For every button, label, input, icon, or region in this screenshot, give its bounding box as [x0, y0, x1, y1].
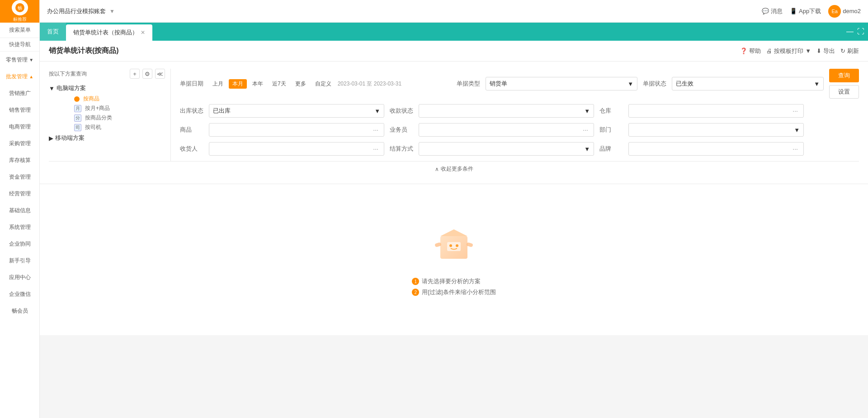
header-dropdown-icon[interactable]: ▼ — [109, 8, 115, 14]
filter-doctype-input[interactable]: 销货单 ▼ — [486, 77, 637, 90]
empty-icon — [431, 220, 476, 266]
filter-outstatus-field: 出库状态 已出库 ▼ — [180, 104, 384, 118]
header-industry-title: 办公用品行业模拟账套 — [47, 7, 106, 15]
scheme-by-category-label: 按商品分类 — [85, 114, 112, 122]
filter-payment-input[interactable]: ▼ — [419, 142, 594, 156]
salesman-dots-icon[interactable]: ··· — [581, 126, 590, 133]
filter-brand-input[interactable]: ··· — [628, 142, 804, 156]
sidebar-item-ecommerce[interactable]: 电商管理 — [0, 119, 39, 135]
scheme-desktop[interactable]: ▼ 电脑端方案 — [49, 82, 165, 94]
tab-minimize-icon[interactable]: — — [846, 28, 854, 36]
message-label: 消息 — [771, 7, 783, 15]
sidebar-item-basic[interactable]: 基础信息 — [0, 202, 39, 219]
scheme-by-driver[interactable]: 司 按司机 — [58, 123, 165, 132]
filter-docstatus-input[interactable]: 已生效 ▼ — [672, 77, 824, 90]
sidebar-wholesale-arrow: ▲ — [29, 74, 33, 79]
sidebar-item-guide[interactable]: 新手引导 — [0, 252, 39, 269]
scheme-by-category-icon: 分 — [74, 114, 81, 122]
action-print[interactable]: 🖨 按模板打印 ▼ — [766, 47, 811, 55]
filter-scheme-actions: + ⚙ ≪ — [130, 69, 165, 79]
date-btn-custom[interactable]: 自定义 — [311, 79, 335, 89]
filter-row-2: 出库状态 已出库 ▼ 收款状态 ▼ — [180, 104, 859, 118]
svg-point-4 — [449, 244, 452, 247]
query-button[interactable]: 查询 — [829, 69, 859, 82]
header-message[interactable]: 💬 消息 — [762, 7, 783, 15]
main-area: 办公用品行业模拟账套 ▼ 💬 消息 📱 App下载 Ea demo2 首页 销货… — [40, 0, 868, 418]
tab-home[interactable]: 首页 — [40, 23, 66, 41]
sidebar-item-inventory[interactable]: 库存核算 — [0, 152, 39, 169]
sidebar-item-operation[interactable]: 经营管理 — [0, 185, 39, 202]
filter-dept-input[interactable]: ▼ — [628, 123, 804, 137]
filter-payment-field: 结算方式 ▼ — [390, 142, 594, 156]
tab-sales-report[interactable]: 销货单统计表（按商品） ✕ — [66, 24, 152, 41]
sidebar-item-purchase[interactable]: 采购管理 — [0, 135, 39, 152]
action-help[interactable]: ❓ 帮助 — [740, 47, 761, 55]
tip-num-1: 1 — [412, 278, 419, 285]
filter-collectstatus-input[interactable]: ▼ — [419, 104, 594, 118]
filter-goods-field: 商品 ··· — [180, 123, 384, 137]
filter-action-buttons: 查询 设置 — [829, 69, 859, 99]
scheme-by-month-goods[interactable]: 月 按月+商品 — [58, 104, 165, 113]
sidebar-quick-nav[interactable]: 快捷导航 — [0, 38, 39, 52]
tip-num-2: 2 — [412, 289, 419, 296]
refresh-label: 刷新 — [847, 47, 859, 55]
filter-warehouse-field: 仓库 ··· — [599, 104, 804, 118]
scheme-by-category[interactable]: 分 按商品分类 — [58, 113, 165, 123]
sidebar-item-sales[interactable]: 销售管理 — [0, 102, 39, 119]
filter-warehouse-input[interactable]: ··· — [628, 104, 804, 118]
filter-receiver-input[interactable]: ··· — [209, 142, 384, 156]
sidebar-item-enterprise[interactable]: 企业协同 — [0, 236, 39, 252]
scheme-mobile-arrow: ▶ — [49, 135, 53, 142]
header-user[interactable]: Ea demo2 — [828, 5, 861, 18]
filter-goods-label: 商品 — [180, 126, 205, 134]
collapse-button[interactable]: ∧ 收起更多条件 — [49, 161, 859, 176]
sidebar-item-retail[interactable]: 零售管理 ▼ — [0, 52, 39, 68]
header-right: 💬 消息 📱 App下载 Ea demo2 — [762, 5, 861, 18]
setting-button[interactable]: 设置 — [829, 85, 859, 99]
filter-outstatus-input[interactable]: 已出库 ▼ — [209, 104, 384, 118]
filter-brand-field: 品牌 ··· — [599, 142, 804, 156]
brand-dots-icon[interactable]: ··· — [791, 145, 800, 152]
tab-bar-end: — ⛶ — [846, 28, 868, 36]
sidebar-item-wholesale[interactable]: 批发管理 ▲ — [0, 68, 39, 85]
user-name: demo2 — [843, 8, 861, 14]
filter-outstatus-arrow: ▼ — [374, 108, 380, 114]
app-download-label: App下载 — [799, 7, 821, 15]
sidebar-item-marketing[interactable]: 营销推广 — [0, 85, 39, 102]
date-btn-thisyear[interactable]: 本年 — [249, 79, 267, 89]
scheme-by-goods[interactable]: 按商品 — [58, 94, 165, 104]
header-app-download[interactable]: 📱 App下载 — [790, 7, 821, 15]
receiver-dots-icon[interactable]: ··· — [371, 145, 380, 152]
date-btn-more[interactable]: 更多 — [292, 79, 310, 89]
filter-brand-label: 品牌 — [599, 145, 625, 153]
scheme-collapse-icon[interactable]: ≪ — [155, 69, 165, 79]
scheme-mobile[interactable]: ▶ 移动端方案 — [49, 132, 165, 144]
action-export[interactable]: ⬇ 导出 — [816, 47, 835, 55]
warehouse-dots-icon[interactable]: ··· — [791, 107, 800, 114]
sidebar-search[interactable]: 搜索菜单 — [0, 23, 39, 38]
scheme-edit-icon[interactable]: ⚙ — [142, 69, 152, 79]
sidebar-item-system[interactable]: 系统管理 — [0, 219, 39, 236]
action-refresh[interactable]: ↻ 刷新 — [840, 47, 859, 55]
filter-collectstatus-field: 收款状态 ▼ — [390, 104, 594, 118]
sidebar-item-wechat[interactable]: 企业微信 — [0, 286, 39, 303]
date-btn-lastmonth[interactable]: 上月 — [209, 79, 227, 89]
sidebar-item-finance[interactable]: 资金管理 — [0, 169, 39, 185]
filter-doctype-value: 销货单 — [490, 80, 507, 88]
tab-close-icon[interactable]: ✕ — [141, 29, 145, 36]
filter-scheme-title: 按以下方案查询 + ⚙ ≪ — [49, 69, 165, 79]
goods-dots-icon[interactable]: ··· — [371, 126, 380, 133]
scheme-add-icon[interactable]: + — [130, 69, 140, 79]
tab-home-label: 首页 — [47, 28, 59, 36]
date-btn-thismonth[interactable]: 本月 — [229, 79, 247, 89]
tab-maximize-icon[interactable]: ⛶ — [857, 28, 864, 36]
scheme-by-goods-label: 按商品 — [83, 95, 99, 103]
sidebar-item-appstore[interactable]: 应用中心 — [0, 269, 39, 286]
sidebar-item-member[interactable]: 畅会员 — [0, 303, 39, 319]
svg-rect-3 — [447, 242, 461, 251]
filter-goods-input[interactable]: ··· — [209, 123, 384, 137]
date-shortcuts: 上月 本月 本年 近7天 更多 自定义 — [209, 79, 335, 89]
filter-salesman-input[interactable]: ··· — [419, 123, 594, 137]
date-btn-7days[interactable]: 近7天 — [269, 79, 290, 89]
app-download-icon: 📱 — [790, 8, 797, 14]
